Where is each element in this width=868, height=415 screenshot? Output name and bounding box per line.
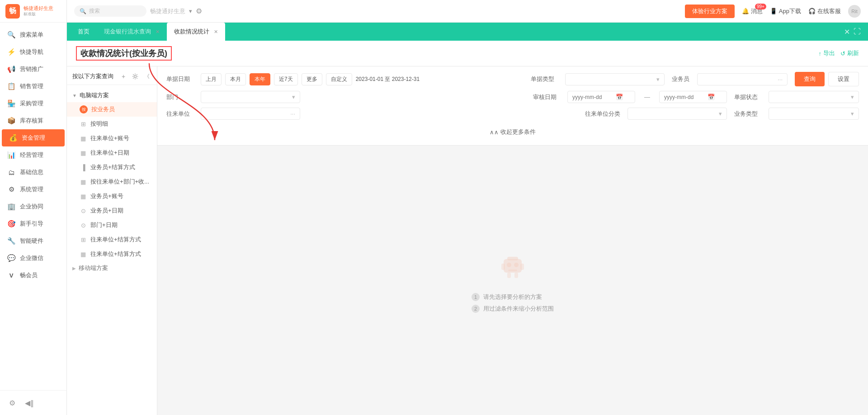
finance-icon: 💰 — [9, 134, 17, 142]
tree-item-by-salesman[interactable]: 按 按业务员 — [67, 102, 157, 117]
sidebar-item-inventory[interactable]: 📦 库存核算 — [0, 112, 66, 129]
date-btn-more[interactable]: 更多 — [302, 73, 322, 85]
chevron-up-icon: ∧∧ — [490, 129, 499, 136]
table-icon3: ▦ — [80, 178, 87, 185]
svg-point-4 — [514, 263, 519, 267]
chevron-down-icon2: ▾ — [292, 94, 295, 100]
online-service-btn[interactable]: 🎧 在线客服 — [808, 7, 841, 15]
empty-tip-2: 2 用过滤条件来缩小分析范围 — [472, 305, 554, 313]
dept-select[interactable]: ▾ — [201, 91, 300, 103]
logo-icon: 畅 — [5, 4, 20, 19]
review-date-start[interactable]: 📅 — [567, 91, 635, 103]
review-date-end[interactable]: 📅 — [659, 91, 727, 103]
tree-item-by-detail[interactable]: ⊞ 按明细 — [67, 117, 157, 131]
sidebar-item-member[interactable]: V 畅会员 — [0, 267, 66, 284]
export-button[interactable]: ↑ 导出 — [819, 49, 835, 57]
svg-point-0 — [134, 75, 137, 78]
filter-area: 单据日期 上月 本月 本年 近7天 更多 自定义 2023-01-01 至 20… — [157, 66, 868, 146]
sidebar-item-guide[interactable]: 🎯 新手引导 — [0, 215, 66, 232]
trial-button[interactable]: 体验行业方案 — [685, 5, 735, 18]
topbar-search[interactable]: 🔍 搜索 — [74, 5, 146, 17]
date-btn-last-month[interactable]: 上月 — [201, 73, 222, 85]
chevron-down-icon: ▼ — [72, 93, 77, 98]
tree-item-salesman-settle[interactable]: ▐ 业务员+结算方式 — [67, 160, 157, 174]
app-download-btn[interactable]: 📱 App下载 — [770, 7, 801, 15]
settings-button[interactable]: 设置 — [828, 72, 859, 86]
sidebar-footer: ⚙ ◀‖ — [0, 390, 66, 415]
sidebar-item-hardware[interactable]: 🔧 智能硬件 — [0, 232, 66, 250]
tip-num-1: 1 — [472, 293, 480, 301]
svg-rect-2 — [507, 257, 518, 260]
scheme-settings-button[interactable] — [131, 72, 140, 81]
query-button[interactable]: 查询 — [795, 72, 825, 86]
tree-item-salesman-date[interactable]: ⊙ 业务员+日期 — [67, 203, 157, 218]
tab-bank-close[interactable]: ✕ — [156, 29, 160, 35]
dropdown-icon[interactable]: ▾ — [189, 8, 192, 14]
tab-home[interactable]: 首页 — [71, 23, 97, 41]
tab-close-all-button[interactable]: ✕ — [844, 28, 850, 36]
notification-bell[interactable]: 🔔 消息 99+ — [742, 7, 763, 15]
empty-state-icon — [495, 248, 531, 284]
sidebar-item-system[interactable]: ⚙ 系统管理 — [0, 181, 66, 198]
sidebar-item-finance[interactable]: 💰 资金管理 — [2, 129, 65, 146]
tab-receipt[interactable]: 收款情况统计 ✕ — [167, 23, 225, 41]
tabbar: 首页 现金银行流水查询 ✕ 收款情况统计 ✕ ✕ ⛶ — [67, 23, 868, 41]
review-date-start-input[interactable] — [572, 94, 613, 100]
main-area: 🔍 搜索 畅捷通好生意 ▾ ⚙ 体验行业方案 🔔 消息 99+ 📱 App下载 … — [67, 0, 868, 415]
sidebar-item-basicinfo[interactable]: 🗂 基础信息 — [0, 164, 66, 181]
doc-status-select[interactable]: ▾ — [769, 91, 859, 103]
logo: 畅 畅捷通好生意 标准版 — [0, 0, 66, 23]
page-area: 收款情况统计(按业务员) ↑ 导出 ↺ 刷新 按以下方案查询 + — [67, 41, 868, 415]
counterpart-select[interactable]: ··· — [201, 108, 300, 120]
tree-item-salesman-account[interactable]: ▦ 业务员+账号 — [67, 189, 157, 203]
date-btn-this-year[interactable]: 本年 — [250, 73, 270, 85]
add-scheme-button[interactable]: + — [119, 72, 128, 81]
tree-item-counterpart-date[interactable]: ▦ 往来单位+日期 — [67, 146, 157, 160]
tree-item-counterpart-settle2[interactable]: ▦ 往来单位+结算方式 — [67, 247, 157, 261]
filter-row-2: 部门 ▾ 审核日期 📅 — — [166, 91, 859, 103]
refresh-button[interactable]: ↺ 刷新 — [840, 49, 859, 57]
tab-receipt-close[interactable]: ✕ — [214, 29, 218, 35]
sidebar-item-wechat[interactable]: 💬 企业微信 — [0, 250, 66, 267]
bell-icon: 🔔 — [742, 8, 749, 14]
calendar-icon: 📅 — [616, 94, 623, 100]
review-date-end-input[interactable] — [664, 94, 705, 100]
tree-item-counterpart-settle1[interactable]: ⊞ 往来单位+结算方式 — [67, 232, 157, 247]
enterprise-icon: 🏢 — [7, 203, 15, 211]
tree-item-counterpart-dept[interactable]: ▦ 按往来单位+部门+收... — [67, 174, 157, 189]
sidebar-settings-button[interactable]: ⚙ — [5, 396, 19, 410]
tree-item-dept-date[interactable]: ⊙ 部门+日期 — [67, 218, 157, 232]
operation-icon: 📊 — [7, 151, 15, 159]
biz-type-select[interactable]: ▾ — [769, 108, 859, 120]
sidebar-item-search[interactable]: 🔍 搜索菜单 — [0, 26, 66, 43]
sidebar-item-sales[interactable]: 📋 销售管理 — [0, 78, 66, 95]
tab-expand-button[interactable]: ⛶ — [854, 28, 861, 36]
right-panel: 单据日期 上月 本月 本年 近7天 更多 自定义 2023-01-01 至 20… — [157, 66, 868, 415]
user-avatar[interactable]: Rit — [848, 5, 861, 18]
sidebar-item-purchase[interactable]: 🏪 采购管理 — [0, 95, 66, 112]
clock-icon2: ⊙ — [80, 222, 87, 229]
settings-icon — [132, 73, 138, 80]
salesman-select[interactable]: ··· — [697, 73, 788, 85]
more-icon: ··· — [778, 76, 783, 83]
svg-rect-7 — [520, 264, 524, 270]
sidebar-item-operation[interactable]: 📊 经营管理 — [0, 146, 66, 164]
collapse-panel-button[interactable]: 《 — [142, 72, 151, 81]
sidebar-item-enterprise[interactable]: 🏢 企业协同 — [0, 198, 66, 215]
doc-type-select[interactable]: ▾ — [565, 73, 665, 85]
counterpart-category-select[interactable]: ▾ — [627, 108, 727, 120]
sidebar-item-marketing[interactable]: 📢 营销推广 — [0, 61, 66, 78]
date-btn-7days[interactable]: 近7天 — [274, 73, 298, 85]
tab-bank[interactable]: 现金银行流水查询 ✕ — [97, 23, 167, 41]
logo-badge: 标准版 — [24, 11, 53, 17]
date-btn-this-month[interactable]: 本月 — [225, 73, 246, 85]
mobile-group-header[interactable]: ▶ 移动端方案 — [67, 261, 157, 275]
topbar-settings-icon[interactable]: ⚙ — [196, 7, 202, 15]
search-icon: 🔍 — [80, 8, 86, 14]
date-btn-custom[interactable]: 自定义 — [326, 73, 352, 85]
sidebar-item-shortcut[interactable]: ⚡ 快捷导航 — [0, 43, 66, 61]
collapse-filters-button[interactable]: ∧∧ 收起更多条件 — [166, 124, 859, 140]
desktop-group-header[interactable]: ▼ 电脑端方案 — [67, 89, 157, 102]
tree-item-counterpart-account[interactable]: ▦ 往来单位+账号 — [67, 131, 157, 146]
sidebar-collapse-button[interactable]: ◀‖ — [23, 396, 36, 410]
